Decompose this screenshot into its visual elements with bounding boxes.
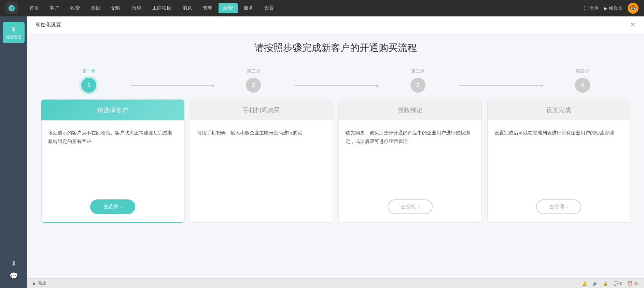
step-3-header: 第三步 3 [377,68,459,93]
sidebar-item-operation[interactable]: ¥ 经营管理 [3,22,25,43]
logo-icon [8,4,15,12]
operation-icon: ¥ [12,25,15,33]
nav-customer[interactable]: 客户 [45,3,64,13]
lock-icon[interactable]: 🔒 [603,281,608,286]
step-2-header: 第二步 2 [212,68,295,93]
step-3-btn-label: 去授权 [401,204,416,210]
step-card-4: 设置完成 设置完成后可以在管理列表进行所有企业用户的经营管理 去管理 › [487,100,631,223]
step-1-label: 第一步 [82,68,96,74]
fullscreen-btn[interactable]: ⛶ 全屏 [584,5,599,11]
card-1-footer: 去选择 › [41,194,184,222]
connector-1: ▶ [130,85,212,86]
content-area: 请按照步骤完成新客户的开通购买流程 第一步 1 ▶ 第二步 [27,33,644,278]
step-4-button[interactable]: 去管理 › [536,199,581,214]
play-icon: ▶ [604,6,607,11]
top-nav: 首页 客户 收费 票据 记账 报税 工商项目 消息 管理 经营 服务 设置 ⛶ … [0,0,644,16]
support-icon[interactable]: 💬 [10,272,18,280]
step-2-label: 第二步 [247,68,260,74]
step-4-circle: 4 [575,78,590,93]
arrow-3: ▶ [541,83,544,88]
app-layout: ¥ 经营管理 ⬇ 💬 初始化设置 ✕ 请按照步骤完成新客户的开通购买流程 第一步 [0,16,644,288]
user-avatar[interactable]: 🐯 [628,3,639,14]
step-4-btn-label: 去管理 [549,204,564,210]
status-bar: ▶ 完成 🔔 🔊 🔒 💬 0 ⏰ 10 [27,278,644,288]
bell-icon[interactable]: 🔔 [582,281,587,286]
step-1-button[interactable]: 去选择 › [90,199,135,214]
step-1-btn-label: 去选择 [103,204,118,210]
connector-3: ▶ [459,85,541,86]
chat-count: 💬 0 [614,281,622,286]
step-1-btn-arrow: › [121,204,122,210]
step-4-header: 第四步 4 [541,68,624,93]
connector-2: ▶ [295,85,377,86]
status-right: 🔔 🔊 🔒 💬 0 ⏰ 10 [582,281,639,286]
sidebar-item-label: 经营管理 [6,35,21,40]
nav-manage[interactable]: 管理 [198,3,217,13]
step-2-circle: 2 [246,78,261,93]
vip-btn[interactable]: ▶ 畅会员 [604,5,622,11]
card-2-header: 手机扫码购买 [190,100,333,120]
fullscreen-icon: ⛶ [584,6,588,11]
nav-fee[interactable]: 收费 [66,3,85,13]
arrow-1: ▶ [212,83,215,88]
page-header: 初始化设置 ✕ [27,16,644,33]
arrow-2: ▶ [376,83,379,88]
status-text: 完成 [38,280,46,286]
nav-tax[interactable]: 报税 [127,3,146,13]
step-card-3: 授权绑定 请先购买，购买后选择开通的产品中的企业用户进行授权绑定，成功后即可进行… [338,100,482,223]
nav-business[interactable]: 工商项目 [148,3,176,13]
status-left: ▶ 完成 [33,280,46,286]
nav-home[interactable]: 首页 [25,3,44,13]
sidebar: ¥ 经营管理 ⬇ 💬 [0,16,27,288]
nav-settings[interactable]: 设置 [260,3,279,13]
card-4-body: 设置完成后可以在管理列表进行所有企业用户的经营管理 [488,120,630,194]
step-card-2: 手机扫码购买 请用手机扫码，输入小微企业主账号密码进行购买 [190,100,333,223]
sidebar-bottom: ⬇ 💬 [10,259,18,283]
step-3-label: 第三步 [411,68,424,74]
step-3-circle: 3 [410,78,425,93]
step-3-button[interactable]: 去授权 › [388,199,433,214]
fullscreen-label: 全屏 [590,5,599,11]
nav-service[interactable]: 服务 [239,3,258,13]
app-logo [5,2,18,14]
card-2-footer [190,209,333,222]
nav-operation[interactable]: 经营 [219,3,238,13]
vip-label: 畅会员 [609,5,622,11]
steps-row: 第一步 1 ▶ 第二步 2 ▶ [41,68,630,93]
step-card-1: 请选择客户 该处展示的客户为不在回收站、客户状态正常建账后完成老板端绑定的所有客… [41,100,184,223]
main-content: 初始化设置 ✕ 请按照步骤完成新客户的开通购买流程 第一步 1 ▶ [27,16,644,288]
page-title: 初始化设置 [36,22,61,28]
download-icon[interactable]: ⬇ [11,259,17,267]
volume-icon[interactable]: 🔊 [592,281,598,286]
card-4-footer: 去管理 › [488,194,630,222]
nav-message[interactable]: 消息 [178,3,197,13]
step-3-btn-arrow: › [418,204,420,210]
card-3-body: 请先购买，购买后选择开通的产品中的企业用户进行授权绑定，成功后即可进行经营管理 [339,120,481,194]
card-3-footer: 去授权 › [339,194,481,222]
nav-bill[interactable]: 票据 [86,3,105,13]
close-button[interactable]: ✕ [630,21,636,28]
main-heading: 请按照步骤完成新客户的开通购买流程 [41,41,630,54]
play-status-icon: ▶ [33,281,36,286]
card-1-header: 请选择客户 [41,100,184,120]
card-1-body: 该处展示的客户为不在回收站、客户状态正常建账后完成老板端绑定的所有客户 [41,120,184,194]
nav-account[interactable]: 记账 [107,3,126,13]
card-2-body: 请用手机扫码，输入小微企业主账号密码进行购买 [190,120,333,209]
step-1-circle: 1 [81,78,96,93]
step-4-label: 第四步 [576,68,589,74]
nav-right: ⛶ 全屏 ▶ 畅会员 🐯 [584,3,639,14]
step-1-header: 第一步 1 [48,68,130,93]
card-3-header: 授权绑定 [339,100,481,120]
step-4-btn-arrow: › [566,204,568,210]
card-4-header: 设置完成 [488,100,630,120]
cards-container: 请选择客户 该处展示的客户为不在回收站、客户状态正常建账后完成老板端绑定的所有客… [41,100,630,223]
clock-count: ⏰ 10 [628,281,639,286]
